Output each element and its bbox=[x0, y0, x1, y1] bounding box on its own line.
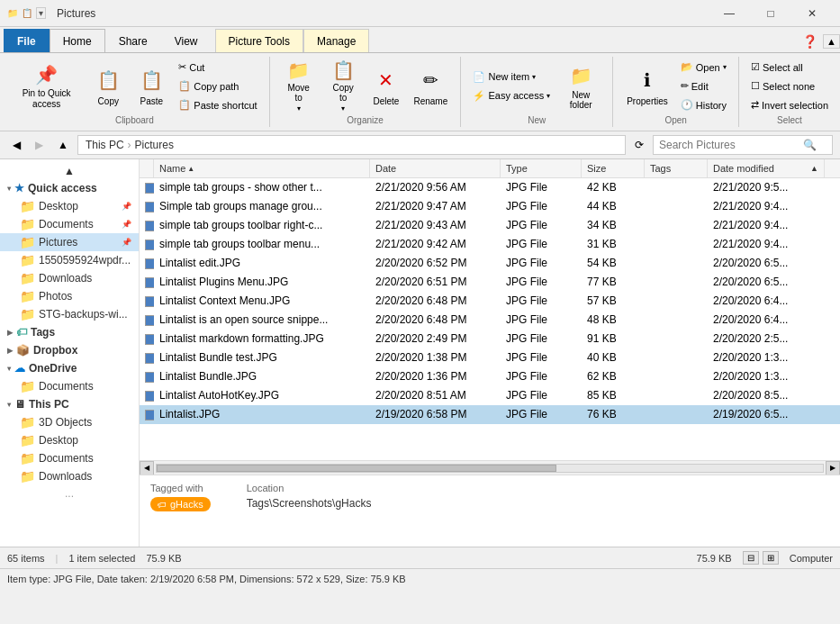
h-scroll-left[interactable]: ◀ bbox=[140, 461, 154, 475]
sidebar-item-desktop-pc[interactable]: 📁 Desktop bbox=[0, 431, 139, 449]
copy-button[interactable]: 📋 Copy bbox=[87, 60, 129, 113]
pin-to-quick-access-button[interactable]: 📌 Pin to Quick access bbox=[7, 60, 86, 113]
col-header-modified[interactable]: Date modified ▲ bbox=[708, 159, 825, 177]
sidebar-tags-header[interactable]: ▶ 🏷 Tags bbox=[0, 323, 139, 341]
h-scroll-track[interactable] bbox=[156, 464, 824, 473]
close-button[interactable]: ✕ bbox=[791, 0, 833, 27]
sidebar-item-photos[interactable]: 📁 Photos bbox=[0, 287, 139, 305]
sidebar-item-documents-pc[interactable]: 📁 Documents bbox=[0, 449, 139, 467]
sidebar-dropbox-header[interactable]: ▶ 📦 Dropbox bbox=[0, 341, 139, 359]
sidebar-item-downloads-qa[interactable]: 📁 Downloads bbox=[0, 269, 139, 287]
new-folder-button[interactable]: 📁 New folder bbox=[556, 60, 605, 113]
file-name: Lintalist Bundle.JPG bbox=[154, 368, 370, 384]
file-date: 2/20/2020 6:51 PM bbox=[370, 274, 501, 290]
col-header-size[interactable]: Size bbox=[582, 159, 645, 177]
copy-path-button[interactable]: 📋 Copy path bbox=[174, 77, 261, 95]
sidebar-scroll-up[interactable]: ▲ bbox=[0, 163, 139, 179]
table-row[interactable]: simple tab groups - show other t... 2/21… bbox=[140, 178, 840, 197]
table-row[interactable]: Lintalist AutoHotKey.JPG 2/20/2020 8:51 … bbox=[140, 386, 840, 405]
table-row[interactable]: Lintalist markdown formatting.JPG 2/20/2… bbox=[140, 330, 840, 348]
col-header-name[interactable]: Name ▲ bbox=[154, 159, 370, 177]
refresh-button[interactable]: ⟳ bbox=[629, 135, 649, 155]
invert-selection-button[interactable]: ⇄ Invert selection bbox=[746, 96, 833, 113]
maximize-button[interactable]: □ bbox=[750, 0, 791, 27]
table-row[interactable]: Lintalist edit.JPG 2/20/2020 6:52 PM JPG… bbox=[140, 254, 840, 273]
path-item-pictures[interactable]: Pictures bbox=[135, 139, 174, 151]
tab-manage[interactable]: Manage bbox=[303, 29, 369, 52]
copy-to-button[interactable]: 📋 Copy to ▾ bbox=[322, 60, 365, 113]
sidebar-documents-qa-label: Documents bbox=[39, 218, 94, 231]
sidebar-item-stg[interactable]: 📁 STG-backups-wi... bbox=[0, 305, 139, 323]
open-button[interactable]: 📂 Open ▾ bbox=[676, 59, 731, 76]
sidebar-onedrive-header[interactable]: ▾ ☁ OneDrive bbox=[0, 359, 139, 377]
table-row[interactable]: Lintalist Bundle.JPG 2/20/2020 1:36 PM J… bbox=[140, 367, 840, 386]
sidebar-thispc-header[interactable]: ▾ 🖥 This PC bbox=[0, 395, 139, 413]
path-item-thispc[interactable]: This PC bbox=[86, 139, 124, 151]
search-icon[interactable]: 🔍 bbox=[803, 139, 817, 151]
paste-shortcut-button[interactable]: 📋 Paste shortcut bbox=[174, 96, 261, 113]
cut-button[interactable]: ✂ Cut bbox=[174, 59, 261, 76]
tiles-view-btn[interactable]: ⊞ bbox=[763, 551, 779, 565]
selected-size: 75.9 KB bbox=[146, 553, 181, 564]
tab-file[interactable]: File bbox=[4, 29, 50, 52]
sidebar-quick-access-header[interactable]: ▾ ★ Quick access bbox=[0, 179, 139, 197]
easy-access-arrow: ▾ bbox=[546, 92, 550, 100]
edit-button[interactable]: ✏ Edit bbox=[676, 77, 731, 95]
paste-button[interactable]: 📋 Paste bbox=[131, 60, 172, 113]
tab-view[interactable]: View bbox=[161, 29, 212, 52]
ribbon-group-open: ℹ Properties 📂 Open ▾ ✏ Edit 🕐 bbox=[613, 57, 739, 127]
properties-button[interactable]: ℹ Properties bbox=[620, 60, 674, 113]
table-row[interactable]: Lintalist Context Menu.JPG 2/20/2020 6:4… bbox=[140, 292, 840, 311]
open-arrow: ▾ bbox=[723, 63, 727, 71]
col-header-tags[interactable]: Tags bbox=[645, 159, 708, 177]
sidebar-item-desktop-qa[interactable]: 📁 Desktop 📌 bbox=[0, 197, 139, 215]
table-row[interactable]: Simple tab groups manage grou... 2/21/20… bbox=[140, 197, 840, 216]
table-row[interactable]: Lintalist Plugins Menu.JPG 2/20/2020 6:5… bbox=[140, 273, 840, 292]
pin-icon: 📌 bbox=[122, 202, 131, 211]
file-thumbnail bbox=[145, 183, 154, 194]
new-item-button[interactable]: 📄 New item ▾ bbox=[468, 68, 555, 86]
select-none-button[interactable]: ☐ Select none bbox=[746, 77, 833, 95]
file-size: 91 KB bbox=[582, 330, 645, 347]
tab-share[interactable]: Share bbox=[105, 29, 161, 52]
table-row[interactable]: simple tab groups toolbar right-c... 2/2… bbox=[140, 216, 840, 235]
easy-access-button[interactable]: ⚡ Easy access ▾ bbox=[468, 87, 555, 104]
help-icon[interactable]: ❓ bbox=[802, 34, 817, 49]
table-row[interactable]: Lintalist is an open source snippe... 2/… bbox=[140, 311, 840, 330]
select-all-button[interactable]: ☑ Select all bbox=[746, 59, 833, 76]
details-view-btn[interactable]: ⊟ bbox=[743, 551, 759, 565]
copy-path-label: Copy path bbox=[194, 81, 239, 92]
tab-picture-tools[interactable]: Picture Tools bbox=[215, 29, 303, 52]
sidebar-item-downloads-pc[interactable]: 📁 Downloads bbox=[0, 467, 139, 485]
search-input[interactable] bbox=[659, 139, 803, 151]
move-to-button[interactable]: 📁 Move to ▾ bbox=[277, 60, 321, 113]
col-header-date[interactable]: Date bbox=[370, 159, 501, 177]
table-row[interactable]: simple tab groups toolbar menu... 2/21/2… bbox=[140, 235, 840, 254]
sidebar-item-1550[interactable]: 📁 1550595924wpdr... bbox=[0, 251, 139, 269]
rename-button[interactable]: ✏ Rename bbox=[408, 60, 453, 113]
file-tags bbox=[645, 280, 708, 284]
back-button[interactable]: ◀ bbox=[7, 135, 26, 155]
paste-icon: 📋 bbox=[137, 66, 166, 95]
sidebar-item-documents-qa[interactable]: 📁 Documents 📌 bbox=[0, 215, 139, 233]
col-header-type[interactable]: Type bbox=[501, 159, 582, 177]
collapse-ribbon-icon[interactable]: ▲ bbox=[823, 34, 840, 49]
delete-button[interactable]: ✕ Delete bbox=[366, 60, 407, 113]
tab-home[interactable]: Home bbox=[50, 29, 105, 52]
h-scroll[interactable]: ◀ ▶ bbox=[140, 460, 840, 475]
forward-button[interactable]: ▶ bbox=[30, 135, 49, 155]
history-button[interactable]: 🕐 History bbox=[676, 96, 731, 113]
table-row[interactable]: Lintalist.JPG 2/19/2020 6:58 PM JPG File… bbox=[140, 405, 840, 424]
sidebar-item-documents-od[interactable]: 📁 Documents bbox=[0, 377, 139, 395]
scroll-up-icon[interactable]: ▲ bbox=[810, 164, 818, 173]
customize-btn[interactable]: ▾ bbox=[36, 7, 46, 19]
h-scroll-thumb[interactable] bbox=[157, 465, 556, 472]
address-path[interactable]: This PC › Pictures bbox=[77, 135, 626, 155]
sidebar-item-3d-objects[interactable]: 📁 3D Objects bbox=[0, 413, 139, 431]
minimize-button[interactable]: — bbox=[709, 0, 750, 27]
up-button[interactable]: ▲ bbox=[52, 135, 74, 155]
sidebar-item-pictures-qa[interactable]: 📁 Pictures 📌 bbox=[0, 233, 139, 251]
file-list-header: Name ▲ Date Type Size Tags Date modified… bbox=[140, 159, 840, 178]
table-row[interactable]: Lintalist Bundle test.JPG 2/20/2020 1:38… bbox=[140, 348, 840, 367]
h-scroll-right[interactable]: ▶ bbox=[826, 461, 840, 475]
